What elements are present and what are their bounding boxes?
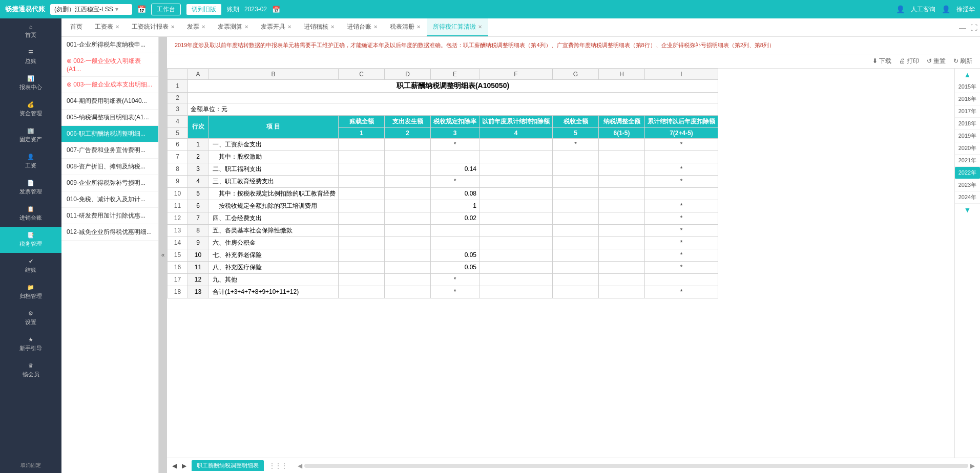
sidebar-item-salary[interactable]: 👤 工资 bbox=[0, 148, 61, 175]
sidebar-item-finance[interactable]: 💰 资金管理 bbox=[0, 96, 61, 122]
tab-minimize-icon[interactable]: — bbox=[959, 24, 966, 32]
year-scroll-up[interactable]: ▲ bbox=[955, 69, 980, 81]
sidebar-item-reports[interactable]: 📊 报表中心 bbox=[0, 70, 61, 96]
tab-home[interactable]: 首页 bbox=[64, 18, 89, 36]
tab-invoice[interactable]: 发票 ✕ bbox=[181, 18, 212, 36]
left-nav-item-010[interactable]: 010-免税、减计收入及加计... bbox=[61, 191, 158, 208]
horizontal-scrollbar[interactable] bbox=[304, 464, 968, 468]
tab-income-tax[interactable]: 所得税汇算清缴 ✕ bbox=[427, 18, 488, 36]
sidebar-item-label: 设置 bbox=[25, 318, 36, 326]
left-nav-item-007[interactable]: 007-广告费和业务宣传费明... bbox=[61, 142, 158, 159]
sidebar-item-home[interactable]: ⌂ 首页 bbox=[0, 18, 61, 44]
tab-income-tax-close[interactable]: ✕ bbox=[478, 24, 482, 30]
scroll-right-icon[interactable]: ▶ bbox=[970, 462, 975, 469]
tab-ledger-close[interactable]: ✕ bbox=[373, 24, 378, 30]
download-button[interactable]: ⬇ 下载 bbox=[872, 57, 891, 66]
data-row-14: 14 9 六、住房公积金 * bbox=[168, 236, 718, 249]
user-name[interactable]: 徐淫华 bbox=[956, 5, 975, 14]
left-nav-item-011[interactable]: 011-研发费用加计扣除优惠... bbox=[61, 208, 158, 224]
tab-bar-end: — ⛶ bbox=[959, 24, 977, 32]
year-2023[interactable]: 2023年 bbox=[955, 179, 980, 191]
next-sheet-icon[interactable]: ▶ bbox=[182, 462, 186, 469]
sidebar-item-purchase-sale[interactable]: 📋 进销台账 bbox=[0, 201, 61, 227]
download-icon: ⬇ bbox=[872, 57, 878, 64]
tab-invoice-close[interactable]: ✕ bbox=[201, 24, 205, 30]
name-3: 二、职工福利支出 bbox=[208, 163, 339, 175]
year-2017[interactable]: 2017年 bbox=[955, 105, 980, 118]
sidebar-item-vip[interactable]: ♛ 畅会员 bbox=[0, 357, 61, 383]
year-2018[interactable]: 2018年 bbox=[955, 118, 980, 130]
tab-salary-report[interactable]: 工资统计报表 ✕ bbox=[126, 18, 181, 36]
tab-salary[interactable]: 工资表 ✕ bbox=[89, 18, 126, 36]
left-nav-item-004[interactable]: 004-期间费用明细表(A1040... bbox=[61, 93, 158, 110]
year-2020[interactable]: 2020年 bbox=[955, 142, 980, 155]
collapse-button[interactable]: « bbox=[159, 37, 167, 473]
left-nav-item-002[interactable]: ⊗ 002-一般企业收入明细表(A1... bbox=[61, 53, 158, 77]
calendar-icon[interactable]: 📅 bbox=[137, 5, 146, 13]
refresh-button[interactable]: ↻ 刷新 bbox=[953, 57, 972, 66]
table-container: A B C D E F G H I bbox=[167, 69, 980, 458]
left-nav-item-009[interactable]: 009-企业所得税弥补亏损明... bbox=[61, 175, 158, 191]
cancel-fixed-btn[interactable]: 取消固定 bbox=[0, 458, 61, 473]
user-avatar: 👤 bbox=[942, 5, 950, 13]
sidebar-item-invoice[interactable]: 📄 发票管理 bbox=[0, 175, 61, 201]
tab-invoice-issue-close[interactable]: ✕ bbox=[287, 24, 291, 30]
idx-9: 9 bbox=[188, 236, 208, 249]
data-row-17: 17 12 九、其他 * bbox=[168, 273, 718, 286]
tab-tax-book-close[interactable]: ✕ bbox=[416, 24, 421, 30]
old-version-button[interactable]: 切到旧版 bbox=[186, 4, 222, 15]
year-scroll-down[interactable]: ▼ bbox=[955, 204, 980, 216]
tab-tax-book[interactable]: 税表清册 ✕ bbox=[384, 18, 427, 36]
data-row-12: 12 7 四、工会经费支出 0.02 * bbox=[168, 212, 718, 224]
col-header-B: B bbox=[208, 69, 339, 79]
sidebar-item-assets[interactable]: 🏢 固定资产 bbox=[0, 122, 61, 148]
year-2016[interactable]: 2016年 bbox=[955, 93, 980, 105]
print-button[interactable]: 🖨 打印 bbox=[899, 57, 919, 66]
col-c-header: 账载全额 bbox=[339, 115, 385, 127]
year-2024[interactable]: 2024年 bbox=[955, 191, 980, 204]
prev-sheet-icon[interactable]: ◀ bbox=[172, 462, 177, 469]
row-num-1: 1 bbox=[168, 79, 188, 92]
workspace-button[interactable]: 工作台 bbox=[151, 4, 181, 15]
close-account-icon: ✔ bbox=[29, 258, 33, 265]
year-2019[interactable]: 2019年 bbox=[955, 130, 980, 142]
left-nav-item-012[interactable]: 012-减免企业所得税优惠明细... bbox=[61, 224, 158, 241]
tab-salary-close[interactable]: ✕ bbox=[115, 24, 119, 30]
year-2022[interactable]: 2022年 bbox=[955, 167, 980, 179]
sidebar-item-settings[interactable]: ⚙ 设置 bbox=[0, 305, 61, 331]
tab-audit-close[interactable]: ✕ bbox=[330, 24, 335, 30]
reset-button[interactable]: ↺ 重置 bbox=[927, 57, 946, 66]
bottom-tab-label[interactable]: 职工薪酬纳税调整明细表 bbox=[192, 460, 264, 471]
col-e-header: 税收规定扣除率 bbox=[431, 115, 479, 127]
tab-ledger[interactable]: 进销台账 ✕ bbox=[341, 18, 384, 36]
sidebar-item-ledger[interactable]: ☰ 总账 bbox=[0, 44, 61, 70]
support-label[interactable]: 人工客询 bbox=[911, 5, 935, 14]
sidebar-item-archive[interactable]: 📁 归档管理 bbox=[0, 279, 61, 305]
left-nav-item-008[interactable]: 008-资产折旧、摊销及纳税... bbox=[61, 159, 158, 175]
tab-salary-report-close[interactable]: ✕ bbox=[171, 24, 175, 30]
tab-invoice-issue[interactable]: 发票开具 ✕ bbox=[255, 18, 298, 36]
tab-invoice-calc[interactable]: 发票测算 ✕ bbox=[212, 18, 255, 36]
sidebar-item-tax[interactable]: 📑 税务管理 bbox=[0, 227, 61, 253]
period-calendar-icon[interactable]: 📅 bbox=[272, 6, 280, 13]
tab-maximize-icon[interactable]: ⛶ bbox=[970, 24, 977, 32]
year-2015[interactable]: 2015年 bbox=[955, 81, 980, 93]
sidebar-item-close-account[interactable]: ✔ 结账 bbox=[0, 253, 61, 279]
sidebar-item-label: 新手引导 bbox=[19, 345, 42, 352]
idx-4: 4 bbox=[188, 175, 208, 187]
sheet-title: 职工薪酬纳税调整明细表(A105050) bbox=[188, 79, 718, 92]
left-nav-item-006[interactable]: 006-职工薪酬纳税调整明细... bbox=[61, 126, 158, 142]
scroll-left-icon[interactable]: ◀ bbox=[298, 462, 302, 469]
left-nav-item-001[interactable]: 001-企业所得税年度纳税申... bbox=[61, 37, 158, 53]
year-2021[interactable]: 2021年 bbox=[955, 155, 980, 167]
left-nav-item-005[interactable]: 005-纳税调整项目明细表(A1... bbox=[61, 110, 158, 126]
sidebar-item-guide[interactable]: ★ 新手引导 bbox=[0, 331, 61, 357]
tab-invoice-calc-close[interactable]: ✕ bbox=[244, 24, 248, 30]
left-nav-item-003[interactable]: ⊗ 003-一般企业成本支出明细... bbox=[61, 77, 158, 93]
settings-icon: ⚙ bbox=[28, 310, 33, 317]
reset-label: 重置 bbox=[933, 57, 946, 66]
company-selector[interactable]: (勿删）江西稳宝-LSS ▾ bbox=[50, 4, 132, 15]
sheet-options-icon[interactable]: ⋮⋮⋮ bbox=[269, 462, 287, 469]
spreadsheet-area: 2019年度涉及取以前年度结转数据的申报表单元格需要手工维护正确，才能确证本年及… bbox=[167, 37, 980, 473]
tab-audit[interactable]: 进销稽核 ✕ bbox=[298, 18, 341, 36]
